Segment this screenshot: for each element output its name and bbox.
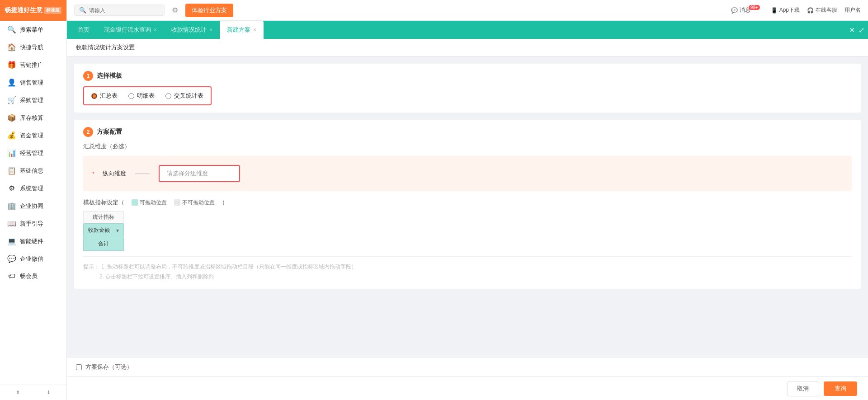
radio-summary[interactable]: 汇总表	[91, 92, 118, 100]
sidebar-item-operations[interactable]: 📊经营管理	[0, 144, 66, 162]
sidebar-icon-enterprise: 🏢	[7, 202, 16, 210]
tab-close-receipt-stats[interactable]: ×	[209, 27, 212, 33]
tab-new-plan[interactable]: 新建方案×	[220, 21, 264, 39]
stats-col-label: 统计指标	[83, 211, 124, 223]
search-input[interactable]	[89, 7, 152, 14]
sidebar-item-member[interactable]: 🏷畅会员	[0, 268, 66, 285]
tip-label: 提示：	[83, 262, 99, 272]
user-item[interactable]: 用户名	[844, 6, 861, 14]
step2-label: 2 方案配置	[83, 127, 852, 137]
sidebar-item-basic-info[interactable]: 📋基础信息	[0, 162, 66, 179]
sidebar-bottom-btn-left[interactable]: ⬆	[5, 390, 32, 395]
logo-text: 畅捷通好生意	[5, 6, 42, 14]
tip-line-2: 2. 点击标题栏下拉可设置排序、插入列和删除列	[83, 272, 852, 282]
metrics-header: 模板指标设定（ 可拖动位置 不可拖动位置 ）	[83, 198, 852, 207]
radio-summary-input[interactable]	[91, 93, 97, 99]
sidebar-icon-member: 🏷	[7, 272, 16, 280]
tabbar: 首页现金银行流水查询×收款情况统计×新建方案× ✕ ⤢	[67, 21, 868, 39]
sidebar-item-enterprise[interactable]: 🏢企业协同	[0, 197, 66, 215]
sidebar-item-marketing[interactable]: 🎁营销推广	[0, 56, 66, 74]
tab-close-bank-flow[interactable]: ×	[154, 27, 157, 33]
page-breadcrumb: 收款情况统计方案设置	[67, 39, 868, 56]
save-checkbox[interactable]	[76, 364, 82, 370]
config-section: 2 方案配置 汇总维度（必选） * 纵向维度 —— 请选择分组维度	[74, 120, 861, 289]
close-window-icon[interactable]: ✕	[849, 26, 855, 34]
dimension-arrow: ——	[135, 169, 150, 178]
tip-line-1: 提示： 1. 拖动标题栏可以调整布局，不可跨维度或指标区域拖动栏目段（只能在同一…	[83, 262, 852, 272]
step2-circle: 2	[83, 127, 93, 137]
sidebar-label-system: 系统管理	[20, 184, 43, 193]
service-icon: 🎧	[807, 7, 814, 14]
dimension-area: * 纵向维度 —— 请选择分组维度	[83, 156, 852, 191]
topbar-search-box[interactable]: 🔍	[74, 5, 165, 16]
radio-detail-label: 明细表	[137, 92, 155, 100]
tab-bank-flow[interactable]: 现金银行流水查询×	[97, 21, 164, 39]
sidebar-label-quick-nav: 快捷导航	[20, 43, 43, 52]
stats-metric-cell[interactable]: 收款金额 ▾	[83, 223, 124, 237]
bottom-action-bar: 取消 查询	[67, 376, 868, 400]
metrics-title-end: ）	[222, 198, 228, 207]
sidebar-label-inventory: 库存核算	[20, 114, 43, 122]
sidebar-bottom: ⬆ ⬇	[0, 385, 66, 400]
notification-item[interactable]: 💬 消息 99+	[731, 6, 764, 14]
tab-receipt-stats[interactable]: 收款情况统计×	[164, 21, 220, 39]
query-button[interactable]: 查询	[824, 381, 857, 396]
template-options: 汇总表 明细表 交叉统计表	[83, 86, 212, 105]
sidebar-icon-inventory: 📦	[7, 113, 16, 122]
tab-close-new-plan[interactable]: ×	[253, 27, 256, 33]
sidebar-icon-marketing: 🎁	[7, 61, 16, 69]
stats-total-label: 合计	[98, 240, 109, 247]
radio-summary-label: 汇总表	[100, 92, 118, 100]
sidebar-item-quick-nav[interactable]: 🏠快捷导航	[0, 38, 66, 56]
save-label[interactable]: 方案保存（可选）	[85, 363, 132, 371]
logo-badge: 标准版	[44, 7, 61, 14]
sidebar: 畅捷通好生意 标准版 🔍搜索菜单🏠快捷导航🎁营销推广👤销售管理🛒采购管理📦库存核…	[0, 0, 67, 400]
dimension-selector[interactable]: 请选择分组维度	[159, 165, 240, 182]
radio-cross-label: 交叉统计表	[174, 92, 203, 100]
service-item[interactable]: 🎧 在线客服	[807, 6, 837, 14]
step1-label: 1 选择模板	[83, 71, 852, 81]
cancel-button[interactable]: 取消	[788, 381, 818, 396]
radio-detail[interactable]: 明细表	[128, 92, 155, 100]
sidebar-label-enterprise: 企业协同	[20, 202, 43, 210]
tab-label-home: 首页	[78, 26, 90, 34]
dimension-row: * 纵向维度 —— 请选择分组维度	[92, 165, 843, 182]
sidebar-icon-wechat: 💬	[7, 254, 16, 263]
sidebar-label-member: 畅会员	[20, 272, 38, 280]
sidebar-icon-sales: 👤	[7, 78, 16, 87]
sidebar-item-purchase[interactable]: 🛒采购管理	[0, 91, 66, 109]
sidebar-icon-hardware: 💻	[7, 237, 16, 245]
sidebar-icon-system: ⚙	[7, 184, 16, 193]
legend-immovable-label: 不可拖动位置	[182, 199, 215, 207]
radio-detail-input[interactable]	[128, 93, 134, 99]
sidebar-item-system[interactable]: ⚙系统管理	[0, 179, 66, 197]
sidebar-icon-purchase: 🛒	[7, 96, 16, 104]
download-label: App下载	[779, 6, 800, 14]
sidebar-item-guide[interactable]: 📖新手引导	[0, 215, 66, 232]
legend-immovable: 不可拖动位置	[174, 199, 215, 207]
maximize-icon[interactable]: ⤢	[859, 26, 864, 34]
settings-icon[interactable]: ⚙	[172, 6, 178, 14]
sidebar-item-sales[interactable]: 👤销售管理	[0, 74, 66, 91]
legend-movable-label: 可拖动位置	[140, 199, 167, 207]
sidebar-bottom-btn-right[interactable]: ⬇	[35, 390, 62, 395]
trial-button[interactable]: 体验行业方案	[185, 4, 233, 17]
metrics-title-prefix: 模板指标设定（	[83, 198, 124, 207]
user-name: 用户名	[844, 6, 861, 14]
page-body: 1 选择模板 汇总表 明细表 交叉统计表	[67, 56, 868, 357]
sidebar-item-wechat[interactable]: 💬企业微信	[0, 250, 66, 268]
sidebar-item-inventory[interactable]: 📦库存核算	[0, 109, 66, 127]
dropdown-icon: ▾	[116, 227, 119, 234]
sidebar-item-finance[interactable]: 💰资金管理	[0, 127, 66, 144]
required-star: *	[92, 170, 94, 177]
sidebar-icon-finance: 💰	[7, 131, 16, 140]
radio-cross[interactable]: 交叉统计表	[165, 92, 203, 100]
sidebar-item-hardware[interactable]: 💻智能硬件	[0, 232, 66, 250]
tab-home[interactable]: 首页	[71, 21, 97, 39]
download-item[interactable]: 📱 App下载	[771, 6, 800, 14]
template-section: 1 选择模板 汇总表 明细表 交叉统计表	[74, 64, 861, 113]
sidebar-item-search-menu[interactable]: 🔍搜索菜单	[0, 21, 66, 38]
search-icon: 🔍	[79, 7, 86, 14]
radio-cross-input[interactable]	[165, 93, 171, 99]
tips-section: 提示： 1. 拖动标题栏可以调整布局，不可跨维度或指标区域拖动栏目段（只能在同一…	[83, 262, 852, 282]
